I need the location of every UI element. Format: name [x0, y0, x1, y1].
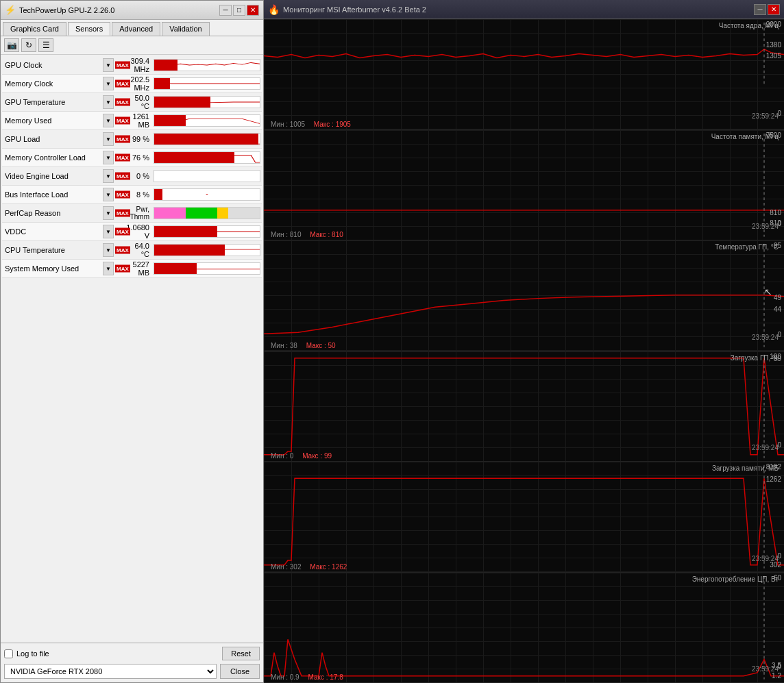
chart5-right-top: 1262	[766, 475, 781, 483]
sensor-label-cpu-temp: CPU Temperature	[2, 246, 103, 254]
max-badge-vddc: MAX	[115, 228, 130, 236]
chart-gpu-load: 100 0 99 Загрузка ГП, % 23:59:24 Мин : 0…	[264, 351, 784, 462]
chart5-right-mid: 302	[770, 561, 781, 569]
sensor-row-sys-mem: System Memory Used ▼ MAX 5227 MB	[2, 260, 262, 278]
sensor-label-mem-ctrl-load: Memory Controller Load	[2, 153, 103, 162]
sensor-label-perfcap: PerfCap Reason	[2, 209, 103, 217]
sensor-dropdown-vddc[interactable]: ▼	[103, 225, 114, 238]
sensor-label-memory-clock: Memory Clock	[2, 79, 103, 88]
sensor-row-mem-ctrl-load: Memory Controller Load ▼ MAX 76 %	[2, 149, 262, 167]
gpuz-window: ⚡ TechPowerUp GPU-Z 2.26.0 ─ □ ✕ Graphic…	[0, 0, 264, 683]
max-badge-gpu-temp: MAX	[115, 99, 130, 106]
chart3-right-top: 49	[774, 294, 781, 301]
chart2-title: Частота памяти, МГц	[711, 133, 779, 140]
chart-cpu-power: 60 0 3.5 1.2 Энергопотребление ЦП, Вт 23…	[264, 573, 784, 684]
sensor-row-memory-used: Memory Used ▼ MAX 1261 MB	[2, 112, 262, 130]
gpuz-title-bar: ⚡ TechPowerUp GPU-Z 2.26.0 ─ □ ✕	[1, 1, 263, 20]
sensor-label-gpu-temp: GPU Temperature	[2, 98, 103, 106]
chart-core-freq: 2000 0 1380 1305 Частота ядра, МГц 23:59…	[264, 19, 784, 130]
chart5-title: Загрузка памяти, МБ	[712, 464, 779, 472]
sensor-dropdown-gpu-load[interactable]: ▼	[103, 132, 114, 146]
gpuz-restore-button[interactable]: □	[233, 5, 245, 16]
close-button[interactable]: Close	[220, 664, 260, 679]
sensor-dropdown-sys-mem[interactable]: ▼	[103, 262, 114, 275]
screenshot-button[interactable]: 📷	[4, 38, 19, 52]
chart3-right-mid: 44	[774, 306, 781, 313]
tab-validation[interactable]: Validation	[162, 22, 210, 36]
sensor-row-vddc: VDDC ▼ MAX 1.0680 V	[2, 223, 262, 241]
chart5-min-max: Мин : 302 Макс : 1262	[271, 563, 347, 571]
afterburner-window-controls: ─ ✕	[754, 4, 780, 15]
chart6-time: 23:59:24	[752, 665, 779, 673]
max-badge-mem-ctrl-load: MAX	[115, 154, 130, 162]
chart-mem-freq: 7500 0 810 810 Частота памяти, МГц 23:59…	[264, 130, 784, 241]
sensor-bar-sys-mem	[154, 262, 260, 275]
chart-mem-load: 8192 0 1262 302 Загрузка памяти, МБ 23:5…	[264, 462, 784, 573]
sensor-bar-memory-used	[154, 114, 260, 127]
sensor-bar-gpu-clock	[154, 59, 260, 71]
sensor-dropdown-memory-clock[interactable]: ▼	[103, 77, 114, 90]
max-badge-gpu-load: MAX	[115, 136, 130, 143]
sensor-dropdown-mem-ctrl-load[interactable]: ▼	[103, 151, 114, 164]
tab-sensors[interactable]: Sensors	[68, 22, 110, 36]
sensor-dropdown-perfcap[interactable]: ▼	[103, 206, 114, 220]
menu-button[interactable]: ☰	[38, 38, 53, 52]
max-badge-memory-used: MAX	[115, 117, 130, 125]
log-checkbox[interactable]	[4, 649, 13, 658]
chart4-title: Загрузка ГП, %	[731, 354, 779, 362]
afterburner-title-bar: 🔥 Мониторинг MSI Afterburner v4.6.2 Beta…	[264, 0, 784, 19]
chart3-time: 23:59:24	[752, 334, 779, 341]
sensor-row-video-engine: Video Engine Load ▼ MAX 0 %	[2, 167, 262, 186]
chart-gpu-temp: 95 0 49 44 Температура ГП, °C 23:59:24 М…	[264, 240, 784, 351]
log-label: Log to file	[16, 649, 49, 658]
gpuz-app-icon: ⚡	[5, 5, 16, 15]
sensor-dropdown-gpu-clock[interactable]: ▼	[103, 58, 114, 72]
gpuz-tab-bar: Graphics Card Sensors Advanced Validatio…	[1, 20, 263, 36]
gpuz-title: TechPowerUp GPU-Z 2.26.0	[19, 6, 114, 14]
afterburner-close-button[interactable]: ✕	[768, 4, 780, 15]
gpuz-close-button[interactable]: ✕	[247, 5, 259, 16]
chart1-time: 23:59:24	[752, 112, 779, 120]
log-row: Log to file Reset	[4, 647, 260, 660]
sensor-bar-bus-interface	[154, 188, 260, 201]
chart1-min-max: Мин : 1005 Макс : 1905	[271, 121, 351, 128]
tab-graphics-card[interactable]: Graphics Card	[3, 22, 66, 36]
sensors-list: GPU Clock ▼ MAX 309.4 MHz Memory Clock ▼…	[1, 55, 263, 643]
reset-button[interactable]: Reset	[222, 647, 260, 660]
max-badge-video-engine: MAX	[115, 173, 130, 180]
tab-advanced[interactable]: Advanced	[112, 22, 160, 36]
chart1-right-top: 1380	[766, 41, 781, 49]
gpu-select[interactable]: NVIDIA GeForce RTX 2080	[4, 664, 217, 679]
gpu-select-row: NVIDIA GeForce RTX 2080 Close	[4, 664, 260, 679]
sensor-bar-cpu-temp	[154, 244, 260, 256]
max-badge-memory-clock: MAX	[115, 80, 130, 88]
sensor-row-gpu-temp: GPU Temperature ▼ MAX 50.0 °C	[2, 93, 262, 112]
chart2-min-max: Мин : 810 Макс : 810	[271, 231, 343, 238]
chart4-min-max: Мин : 0 Макс : 99	[271, 452, 332, 460]
sensor-bar-perfcap	[154, 207, 260, 219]
afterburner-title: Мониторинг MSI Afterburner v4.6.2 Beta 2	[283, 5, 426, 14]
sensor-label-video-engine: Video Engine Load	[2, 172, 103, 180]
sensors-toolbar: 📷 ↻ ☰	[1, 36, 263, 55]
afterburner-icon: 🔥	[268, 4, 280, 15]
sensor-dropdown-video-engine[interactable]: ▼	[103, 169, 114, 183]
chart6-right-mid: 1.2	[772, 672, 781, 680]
chart5-time: 23:59:24	[752, 555, 779, 562]
refresh-button[interactable]: ↻	[21, 38, 36, 52]
gpuz-minimize-button[interactable]: ─	[219, 5, 232, 16]
sensor-dropdown-bus-interface[interactable]: ▼	[103, 188, 114, 201]
sensor-dropdown-gpu-temp[interactable]: ▼	[103, 95, 114, 109]
sensor-row-memory-clock: Memory Clock ▼ MAX 202.5 MHz	[2, 75, 262, 93]
sensor-bar-mem-ctrl-load	[154, 151, 260, 164]
afterburner-minimize-button[interactable]: ─	[754, 4, 766, 15]
sensor-bar-video-engine	[154, 170, 260, 182]
chart2-right-top: 810	[770, 209, 781, 216]
chart3-min-max: Мин : 38 Макс : 50	[271, 342, 336, 349]
sensor-dropdown-cpu-temp[interactable]: ▼	[103, 243, 114, 257]
gpuz-bottom-area: Log to file Reset NVIDIA GeForce RTX 208…	[1, 643, 263, 682]
charts-area: 2000 0 1380 1305 Частота ядра, МГц 23:59…	[264, 19, 784, 683]
chart1-right-mid: 1305	[766, 52, 781, 60]
afterburner-window: 🔥 Мониторинг MSI Afterburner v4.6.2 Beta…	[264, 0, 784, 683]
sensor-dropdown-memory-used[interactable]: ▼	[103, 114, 114, 127]
sensor-label-vddc: VDDC	[2, 227, 103, 236]
